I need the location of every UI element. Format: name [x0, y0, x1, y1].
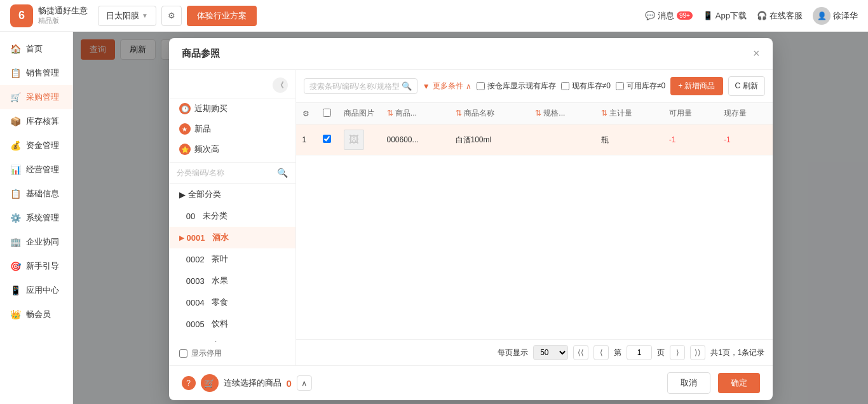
sort-code-icon: ⇅	[387, 109, 393, 118]
table-row[interactable]: 1 🖼 000600... 白酒100ml 瓶 -1 -1	[296, 125, 773, 156]
available-nonzero-checkbox-label[interactable]: 可用库存≠0	[616, 81, 665, 91]
main-layout: 🏠 首页 📋 销售管理 🛒 采购管理 📦 库存核算 💰 资金管理 📊 经营管理 …	[0, 32, 868, 404]
sidebar-item-apps[interactable]: 📱 应用中心	[0, 278, 72, 302]
sidebar-item-purchase[interactable]: 🛒 采购管理	[0, 85, 72, 109]
th-check	[316, 103, 337, 125]
table-footer: 每页显示 50 100 200 ⟨⟨ ⟨ 第 页 ⟩	[296, 339, 773, 365]
add-product-button[interactable]: + 新增商品	[670, 77, 722, 95]
row-code: 000600...	[381, 125, 449, 156]
footer-left: ? 🛒 连续选择的商品 0 ∧	[182, 374, 660, 392]
apps-icon: 📱	[10, 285, 21, 295]
warehouse-stock-checkbox[interactable]	[477, 82, 485, 90]
nav-right: 💬 消息 99+ 📱 App下载 🎧 在线客服 👤 徐泽华	[645, 7, 858, 25]
row-image: 🖼	[337, 125, 381, 156]
recent-icon: 🕐	[179, 103, 191, 114]
th-code[interactable]: ⇅ 商品...	[381, 103, 449, 125]
category-pane: 《 🕐 近期购买 ★ 新品 ⭐	[169, 70, 296, 365]
dropdown-arrow-icon: ▼	[142, 12, 148, 19]
sidebar-item-home[interactable]: 🏠 首页	[0, 37, 72, 61]
collapse-cart-button[interactable]: ∧	[297, 375, 312, 391]
operation-icon: 📊	[10, 165, 21, 175]
category-item-00[interactable]: 00 未分类	[169, 205, 295, 227]
per-page-select[interactable]: 50 100 200	[533, 345, 568, 360]
category-all[interactable]: ▶ 全部分类	[169, 184, 295, 205]
base-icon: 📋	[10, 189, 21, 199]
category-item-0003[interactable]: 0003 水果	[169, 270, 295, 292]
th-image: 商品图片	[337, 103, 381, 125]
sidebar-item-finance[interactable]: 💰 资金管理	[0, 133, 72, 158]
freq-icon: ⭐	[179, 144, 191, 155]
expand-all-icon: ▶	[179, 190, 186, 199]
sidebar-item-base[interactable]: 📋 基础信息	[0, 182, 72, 206]
modal-close-button[interactable]: ×	[753, 47, 760, 60]
brand-sub: 精品版	[38, 16, 88, 25]
product-search-box: 🔍	[304, 78, 417, 94]
filter-button[interactable]: ▼ 更多条件 ∧	[423, 81, 471, 91]
stock-nonzero-checkbox-label[interactable]: 现有库存≠0	[561, 81, 611, 91]
search-icon[interactable]: 🔍	[402, 81, 412, 91]
headset-icon: 🎧	[757, 11, 767, 20]
select-all-checkbox[interactable]	[323, 109, 331, 117]
top-nav: 6 畅捷通好生意 精品版 日太阳膜 ▼ ⚙ 体验行业方案 💬 消息 99+ 📱 …	[0, 0, 868, 32]
sidebar-item-inventory[interactable]: 📦 库存核算	[0, 109, 72, 133]
page-number-input[interactable]	[627, 345, 652, 360]
messages-badge: 99+	[677, 11, 693, 20]
help-button[interactable]: ?	[182, 376, 196, 390]
nav-dropdown[interactable]: 日太阳膜 ▼	[98, 6, 156, 26]
category-search-input[interactable]	[177, 168, 275, 177]
category-item-0008[interactable]: 0008 水	[169, 335, 295, 342]
row-spec	[529, 125, 595, 156]
sidebar-item-member[interactable]: 👑 畅会员	[0, 302, 72, 327]
category-search-icon[interactable]: 🔍	[277, 168, 288, 178]
available-nonzero-checkbox[interactable]	[616, 82, 624, 90]
sales-icon: 📋	[10, 68, 21, 78]
tab-high-frequency[interactable]: ⭐ 频次高	[169, 139, 295, 159]
product-search-input[interactable]	[309, 82, 399, 91]
first-page-button[interactable]: ⟨⟨	[573, 345, 588, 360]
sidebar-item-sales[interactable]: 📋 销售管理	[0, 61, 72, 85]
cart-icon[interactable]: 🛒	[201, 374, 219, 392]
member-icon: 👑	[10, 309, 21, 320]
show-disabled-checkbox[interactable]	[179, 349, 187, 358]
sidebar-item-operation[interactable]: 📊 经营管理	[0, 158, 72, 182]
th-name[interactable]: ⇅ 商品名称	[449, 103, 529, 125]
modal-header: 商品参照 ×	[169, 38, 773, 70]
category-item-0001[interactable]: ▶ 0001 酒水	[169, 227, 295, 248]
row-check[interactable]	[316, 125, 337, 156]
sidebar-item-system[interactable]: ⚙️ 系统管理	[0, 206, 72, 230]
tab-new-products[interactable]: ★ 新品	[169, 119, 295, 139]
avatar: 👤	[813, 7, 831, 25]
content-area: 查询 刷新 设置 商品参照 ×	[73, 32, 868, 404]
gear-button[interactable]: ⚙	[161, 6, 182, 26]
th-unit[interactable]: ⇅ 主计量	[595, 103, 663, 125]
messages-button[interactable]: 💬 消息 99+	[645, 10, 693, 22]
app-download-button[interactable]: 📱 App下载	[703, 10, 747, 22]
cancel-button[interactable]: 取消	[667, 372, 710, 394]
last-page-button[interactable]: ⟩⟩	[690, 345, 705, 360]
sidebar-item-guide[interactable]: 🎯 新手引导	[0, 254, 72, 278]
category-item-0002[interactable]: 0002 茶叶	[169, 248, 295, 270]
collapse-category-button[interactable]: 《	[273, 77, 288, 93]
user-profile[interactable]: 👤 徐泽华	[813, 7, 858, 25]
th-stock: 现存量	[717, 103, 772, 125]
warehouse-stock-checkbox-label[interactable]: 按仓库显示现有库存	[477, 81, 556, 91]
trial-button[interactable]: 体验行业方案	[187, 6, 257, 26]
th-available: 可用量	[663, 103, 717, 125]
next-page-button[interactable]: ⟩	[670, 345, 685, 360]
tab-recent-purchase[interactable]: 🕐 近期购买	[169, 98, 295, 119]
refresh-table-button[interactable]: C 刷新	[728, 76, 765, 96]
prev-page-button[interactable]: ⟨	[593, 345, 609, 360]
row-unit: 瓶	[595, 125, 663, 156]
category-item-0004[interactable]: 0004 零食	[169, 292, 295, 313]
online-service-button[interactable]: 🎧 在线客服	[757, 10, 803, 22]
product-table-wrapper: ⚙ 商品图片 ⇅	[296, 103, 773, 339]
row-index: 1	[296, 125, 316, 156]
stock-nonzero-checkbox[interactable]	[561, 82, 569, 90]
category-item-0005[interactable]: 0005 饮料	[169, 313, 295, 335]
confirm-button[interactable]: 确定	[718, 373, 760, 393]
message-icon: 💬	[645, 11, 655, 20]
th-spec[interactable]: ⇅ 规格...	[529, 103, 595, 125]
sort-unit-icon: ⇅	[601, 109, 607, 118]
sidebar-item-enterprise[interactable]: 🏢 企业协同	[0, 230, 72, 254]
brand-name: 畅捷通好生意	[38, 6, 88, 17]
